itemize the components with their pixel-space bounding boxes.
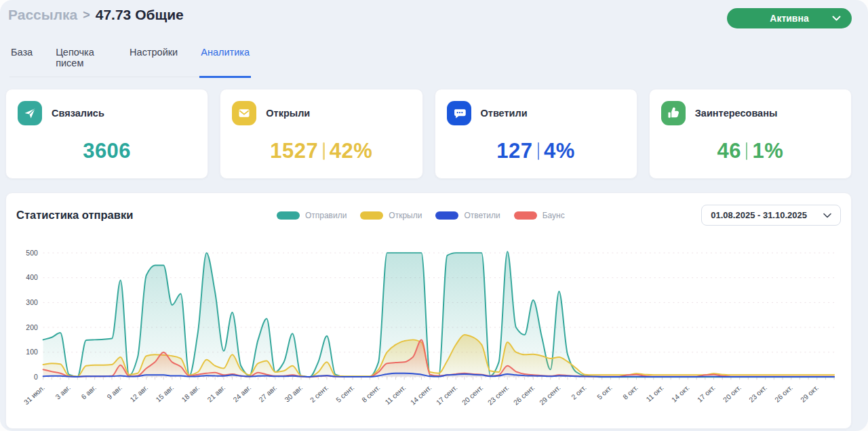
legend-item-replied[interactable]: Ответили <box>435 211 500 220</box>
legend-swatch-opened <box>360 211 383 220</box>
stat-percent: 42% <box>330 139 373 163</box>
date-range-select[interactable]: 01.08.2025 - 31.10.2025 <box>701 205 841 226</box>
svg-text:29 сент.: 29 сент. <box>538 384 561 406</box>
svg-text:23 сент.: 23 сент. <box>486 384 510 406</box>
svg-text:26 окт.: 26 окт. <box>773 384 794 403</box>
legend-swatch-sent <box>277 211 300 220</box>
chart-title: Статистика отправки <box>16 209 133 222</box>
breadcrumb-separator: > <box>83 8 90 22</box>
breadcrumb-parent-link[interactable]: Рассылка <box>8 7 77 23</box>
tab-analytics[interactable]: Аналитика <box>199 47 251 78</box>
chart-legend: Отправили Открыли Ответили Баунс <box>270 211 565 220</box>
legend-item-sent[interactable]: Отправили <box>277 211 347 220</box>
svg-text:20 сент.: 20 сент. <box>460 384 484 406</box>
chevron-down-icon <box>823 213 831 218</box>
date-range-value: 01.08.2025 - 31.10.2025 <box>711 210 807 220</box>
svg-text:20 окт.: 20 окт. <box>722 384 743 403</box>
svg-text:18 авг.: 18 авг. <box>180 384 201 403</box>
svg-text:8 сент.: 8 сент. <box>360 384 381 403</box>
stat-value: 1527 <box>270 139 318 163</box>
send-statistics-card: Статистика отправки Отправили Открыли От… <box>5 192 852 429</box>
svg-text:100: 100 <box>26 348 38 356</box>
svg-text:8 окт.: 8 окт. <box>621 384 639 401</box>
stat-value-divider <box>323 142 325 160</box>
envelope-icon <box>232 101 256 125</box>
mailing-analytics-page: Рассылка > 47.73 Общие Активна База Цепо… <box>0 0 868 431</box>
svg-text:11 окт.: 11 окт. <box>645 384 665 403</box>
svg-text:17 окт.: 17 окт. <box>696 384 717 403</box>
stat-percent: 1% <box>752 139 783 163</box>
stat-value-divider <box>746 142 748 160</box>
legend-swatch-bounce <box>514 211 537 220</box>
send-statistics-chart: 010020030040050031 июл.3 авг.6 авг.9 авг… <box>16 235 841 426</box>
tab-base[interactable]: База <box>9 47 34 78</box>
stat-value-divider <box>538 142 540 160</box>
svg-text:11 сент.: 11 сент. <box>384 384 408 406</box>
campaign-status-button[interactable]: Активна <box>727 8 852 28</box>
stat-label: Заинтересованы <box>695 108 778 119</box>
thumbs-up-icon <box>661 101 686 125</box>
svg-text:23 окт.: 23 окт. <box>747 384 768 403</box>
page-header: Рассылка > 47.73 Общие Активна <box>0 0 868 28</box>
campaign-status-label: Активна <box>770 13 808 24</box>
stat-value: 127 <box>496 139 532 163</box>
svg-text:26 сент.: 26 сент. <box>512 384 536 406</box>
svg-text:30 авг.: 30 авг. <box>283 384 304 403</box>
svg-text:500: 500 <box>26 249 38 257</box>
svg-text:12 авг.: 12 авг. <box>129 384 149 403</box>
svg-text:9 авг.: 9 авг. <box>106 384 123 401</box>
stat-cards-row: Связались 3606 Открыли 152742% О <box>5 89 852 179</box>
svg-text:0: 0 <box>34 373 38 381</box>
stat-value: 46 <box>717 139 741 163</box>
svg-text:29 окт.: 29 окт. <box>799 384 820 403</box>
stat-card-opened: Открыли 152742% <box>220 89 422 179</box>
chat-icon <box>447 101 471 125</box>
stat-label: Открыли <box>266 108 310 119</box>
stat-value: 3606 <box>83 139 131 163</box>
legend-item-opened[interactable]: Открыли <box>360 211 422 220</box>
svg-text:5 сент.: 5 сент. <box>334 384 355 403</box>
svg-text:2 сент.: 2 сент. <box>309 384 330 403</box>
svg-text:300: 300 <box>26 299 38 306</box>
tab-bar: База Цепочка писем Настройки Аналитика <box>9 47 251 77</box>
stat-card-contacted: Связались 3606 <box>5 89 208 179</box>
legend-swatch-replied <box>435 211 458 220</box>
stat-label: Связались <box>52 108 104 119</box>
svg-text:14 сент.: 14 сент. <box>409 384 433 406</box>
stat-card-interested: Заинтересованы 461% <box>649 89 852 179</box>
svg-text:200: 200 <box>26 324 38 331</box>
svg-text:24 авг.: 24 авг. <box>232 384 252 403</box>
svg-text:5 окт.: 5 окт. <box>595 384 613 401</box>
svg-text:2 окт.: 2 окт. <box>570 384 587 401</box>
tab-email-chain[interactable]: Цепочка писем <box>54 47 108 78</box>
svg-text:31 июл.: 31 июл. <box>22 384 46 406</box>
chevron-down-icon <box>832 16 841 22</box>
svg-text:15 авг.: 15 авг. <box>155 384 175 403</box>
send-icon <box>18 101 42 125</box>
legend-item-bounce[interactable]: Баунс <box>514 211 565 220</box>
svg-text:14 окт.: 14 окт. <box>670 384 691 403</box>
stat-label: Ответили <box>481 108 528 119</box>
page-title: 47.73 Общие <box>96 7 184 23</box>
svg-text:3 авг.: 3 авг. <box>54 384 72 401</box>
breadcrumb: Рассылка > 47.73 Общие <box>8 7 184 23</box>
tab-settings[interactable]: Настройки <box>128 47 179 78</box>
stat-card-replied: Ответили 1274% <box>435 89 637 179</box>
svg-text:21 авг.: 21 авг. <box>206 384 226 403</box>
svg-text:17 сент.: 17 сент. <box>435 384 458 406</box>
stat-percent: 4% <box>544 139 575 163</box>
svg-text:400: 400 <box>26 274 38 281</box>
svg-text:27 авг.: 27 авг. <box>258 384 278 403</box>
svg-text:6 авг.: 6 авг. <box>80 384 98 401</box>
